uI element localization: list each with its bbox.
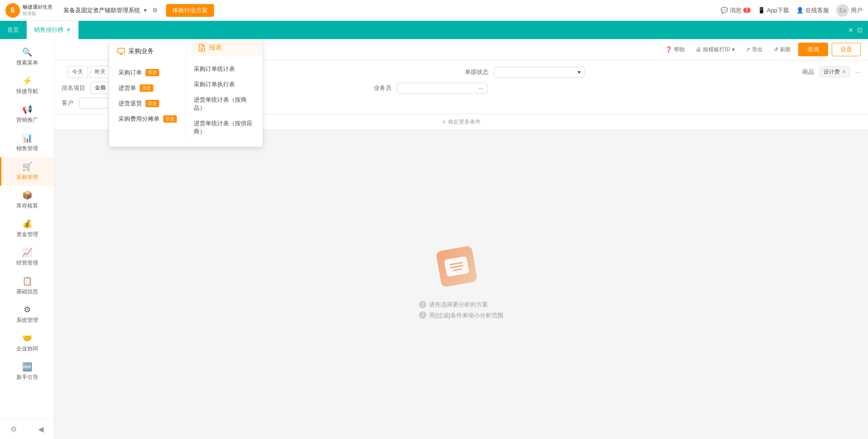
sidebar-settings-icon[interactable]: ⚙: [10, 425, 17, 434]
menu-incoming[interactable]: 进货单 历史: [117, 80, 180, 96]
date-yesterday-btn[interactable]: 昨天: [90, 66, 111, 78]
salesperson-select[interactable]: ···: [397, 83, 488, 94]
tab-close-window-icon[interactable]: ✕: [848, 26, 853, 34]
menu-po-exec[interactable]: 采购订单执行表: [192, 77, 256, 92]
empty-icon-line-1: [449, 261, 463, 265]
tab-sales-rank-label: 销售排行榜: [34, 26, 63, 34]
query-btn[interactable]: 查询: [798, 43, 828, 56]
sidebar-marketing-label: 营销推广: [16, 116, 38, 124]
service-icon: 👤: [796, 7, 804, 14]
purchase-business-col: 采购业务 采购订单 历史 进货单 历史 进货退货 历史: [117, 47, 180, 139]
empty-icon-line-2: [450, 265, 463, 268]
sidebar-item-sales[interactable]: 📊 销售管理: [0, 128, 54, 157]
salesperson-dropdown-icon: ···: [479, 85, 483, 91]
app-download-label: App下载: [767, 6, 789, 15]
sidebar: 🔍 搜索菜单 ⚡ 快捷导航 📢 营销推广 📊 销售管理 🛒 采购管理 📦 库存核…: [0, 39, 54, 439]
menu-po-stat[interactable]: 采购订单统计表: [192, 61, 256, 77]
tab-close-icon[interactable]: ✕: [66, 27, 71, 33]
refresh-btn[interactable]: ↺ 刷新: [770, 44, 795, 55]
sidebar-item-search[interactable]: 🔍 搜索菜单: [0, 43, 54, 71]
sidebar-search-label: 搜索菜单: [16, 59, 38, 67]
dropdown-divider: [186, 47, 186, 139]
menu-incoming-return[interactable]: 进货退货 历史: [117, 96, 180, 111]
purchase-expense-hist: 历史: [163, 115, 177, 123]
tab-sales-rank[interactable]: 销售排行榜 ✕: [27, 21, 78, 39]
tab-bar: 首页 销售排行榜 ✕ ✕ ⊡: [0, 21, 868, 39]
brand-sub: 标准版: [23, 10, 53, 17]
system-title-area: 装备及固定资产辅助管理系统 ▾ ⚙ 体验行业方案: [63, 4, 214, 17]
online-service-btn[interactable]: 👤 在线客服: [796, 6, 829, 15]
template-print-btn[interactable]: 🖨 按模板打印 ▾: [692, 44, 738, 55]
sidebar-sales-label: 销售管理: [16, 145, 38, 153]
report-section-title: 报表: [209, 44, 222, 52]
export-label: 导出: [752, 46, 763, 54]
menu-purchase-expense[interactable]: 采购费用分摊单 历史: [117, 111, 180, 127]
po-stat-label: 采购订单统计表: [194, 65, 235, 73]
message-label: 消息: [730, 6, 741, 15]
help-icon: ❓: [665, 46, 672, 53]
sidebar-collapse-icon[interactable]: ◀: [38, 425, 44, 434]
help-btn[interactable]: ❓ 帮助: [662, 44, 688, 55]
menu-incoming-stat-goods[interactable]: 进货单统计表（按商品）: [192, 92, 256, 116]
brand-text: 畅捷通好生意 标准版: [23, 4, 53, 16]
system-dropdown-icon[interactable]: ▾: [144, 7, 147, 14]
sidebar-item-purchase[interactable]: 🛒 采购管理: [0, 157, 54, 186]
sidebar-item-finance[interactable]: 💰 资金管理: [0, 214, 54, 243]
sales-icon: 📊: [22, 133, 32, 143]
incoming-stat-goods-label: 进货单统计表（按商品）: [194, 96, 254, 112]
settings-icon[interactable]: ⚙: [152, 7, 158, 14]
tab-right-actions: ✕ ⊡: [848, 26, 868, 34]
ranking-value: 金额: [95, 84, 106, 92]
menu-purchase-order[interactable]: 采购订单 历史: [117, 65, 180, 80]
date-today-btn[interactable]: 今天: [67, 66, 88, 78]
app-download-btn[interactable]: 📱 App下载: [758, 6, 789, 15]
incoming-hist: 历史: [140, 84, 153, 92]
sidebar-item-cooperation[interactable]: 🤝 企业协同: [0, 329, 54, 357]
settings-btn[interactable]: 设置: [832, 43, 861, 56]
message-btn[interactable]: 💬 消息 9: [721, 6, 751, 15]
sidebar-item-marketing[interactable]: 📢 营销推广: [0, 100, 54, 128]
sidebar-item-basic[interactable]: 📋 基础信息: [0, 271, 54, 300]
collapse-text: 收起更多条件: [448, 118, 481, 125]
sidebar-bottom: ⚙ ◀: [0, 419, 54, 439]
goods-tag-close[interactable]: ✕: [842, 69, 846, 75]
purchase-icon: 🛒: [22, 162, 32, 172]
sidebar-item-inventory[interactable]: 📦 库存核算: [0, 186, 54, 214]
purchase-business-icon: [117, 47, 126, 56]
sidebar-item-shortcut[interactable]: ⚡ 快捷导航: [0, 71, 54, 100]
ranking-label: 排名项目: [62, 84, 85, 92]
main-layout: 🔍 搜索菜单 ⚡ 快捷导航 📢 营销推广 📊 销售管理 🛒 采购管理 📦 库存核…: [0, 39, 868, 439]
goods-more-dots[interactable]: ···: [855, 69, 861, 76]
menu-incoming-stat-supplier[interactable]: 进货单统计表（按供应商）: [192, 116, 256, 139]
sidebar-item-newbie[interactable]: 🆕 新手引导: [0, 357, 54, 386]
marketing-icon: 📢: [22, 104, 32, 114]
user-btn[interactable]: Ea 用户: [836, 4, 863, 17]
tab-home-label: 首页: [7, 26, 19, 34]
goods-label: 商品: [802, 68, 814, 76]
industry-btn[interactable]: 体验行业方案: [166, 4, 214, 17]
tab-home[interactable]: 首页: [0, 21, 27, 39]
goods-tag-text: 设计费: [824, 68, 840, 76]
svg-rect-0: [118, 48, 125, 53]
tab-maximize-icon[interactable]: ⊡: [857, 26, 863, 34]
active-indicator: [0, 157, 1, 186]
voucher-status-select[interactable]: ▾: [494, 67, 585, 78]
sidebar-purchase-label: 采购管理: [16, 173, 38, 181]
purchase-expense-label: 采购费用分摊单: [118, 115, 160, 123]
message-badge: 9: [743, 8, 751, 13]
user-label: 用户: [851, 6, 863, 15]
export-btn[interactable]: ↗ 导出: [742, 44, 766, 55]
template-print-label: 按模板打印: [703, 46, 730, 54]
incoming-label: 进货单: [118, 84, 136, 92]
refresh-icon: ↺: [774, 46, 778, 53]
sidebar-system-label: 系统管理: [16, 316, 38, 324]
incoming-return-label: 进货退货: [118, 99, 142, 108]
online-service-label: 在线客服: [805, 6, 829, 15]
empty-state: 1 请先选择要分析的方案 2 用[过滤]条件来缩小分析范围: [54, 130, 868, 439]
print-icon: 🖨: [696, 46, 701, 53]
inventory-icon: 📦: [22, 190, 32, 200]
sidebar-inventory-label: 库存核算: [16, 202, 38, 210]
sidebar-item-system[interactable]: ⚙ 系统管理: [0, 300, 54, 329]
purchase-business-title: 采购业务: [117, 47, 180, 59]
sidebar-item-business[interactable]: 📈 经营管理: [0, 243, 54, 271]
